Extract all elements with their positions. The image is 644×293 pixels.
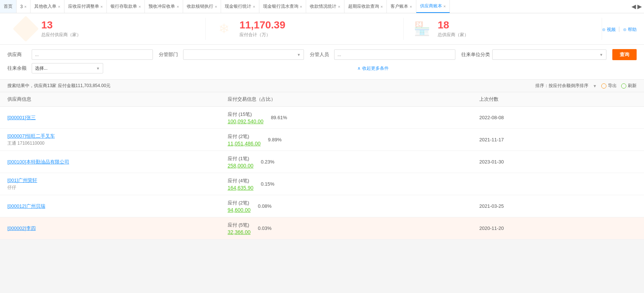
table-row: [001]广州荣轩 仔仔 应付 (4笔) 164,635.90 0.15%	[0, 173, 644, 195]
close-icon[interactable]: ×	[253, 4, 255, 9]
nav-tab-advance[interactable]: 预收冲应收单 ×	[145, 0, 183, 13]
lastpay-info-0: 2022-08-08	[479, 110, 637, 125]
payable-supplier-label: 总应付供应商（家）	[41, 32, 81, 38]
nav-tab-overdue[interactable]: 超期应收款查询 ×	[344, 0, 387, 13]
tx-detail-2: 应付 (1笔) 258,000.00	[228, 155, 253, 169]
filter-row-1: 供应商 分管部门 ▼ 分管人员 往来单位分类 ▼ 查询	[7, 49, 637, 60]
nav-tab-other-income[interactable]: 其他收入单 ×	[31, 0, 64, 13]
chevron-up-icon: ∧	[357, 66, 361, 71]
header-lastpay: 上次付数	[479, 96, 637, 103]
nav-tab-customer-ledger-label: 客户账本	[391, 3, 408, 10]
supplier-link-5[interactable]: [000002]李四	[7, 225, 228, 232]
transaction-info-5: 应付 (5笔) 32,366.00 0.03%	[228, 221, 479, 235]
close-icon[interactable]: ×	[300, 4, 302, 9]
supplier-info-5: [000002]李四	[7, 221, 228, 235]
nav-tab-3[interactable]: 3 ×	[17, 0, 31, 13]
refresh-icon	[621, 83, 626, 89]
nav-tab-supplier-ledger[interactable]: 供应商账本 ×	[416, 0, 450, 13]
person-label: 分管人员	[310, 51, 332, 58]
search-button[interactable]: 查询	[612, 49, 637, 60]
nav-next-arrow[interactable]: ▶	[637, 3, 643, 10]
person-input[interactable]	[334, 49, 455, 60]
refresh-label: 刷新	[628, 83, 637, 89]
filter-dept: 分管部门 ▼	[159, 49, 304, 60]
tx-percent-0: 89.61%	[271, 115, 287, 120]
help-link[interactable]: ⊙ 帮助	[623, 27, 637, 33]
dept-select[interactable]: ▼	[183, 49, 304, 60]
collapse-area: ∧ 收起更多条件	[109, 64, 637, 73]
snowflake-icon: ❄	[215, 20, 233, 38]
sort-label[interactable]: 排序：按应付余额倒序排序	[535, 83, 588, 89]
transaction-info-4: 应付 (2笔) 94,600.00 0.08%	[228, 199, 479, 213]
close-icon[interactable]: ×	[381, 4, 383, 9]
transaction-info-2: 应付 (1笔) 258,000.00 0.23%	[228, 155, 479, 169]
video-link[interactable]: ⊙ 视频	[602, 27, 616, 33]
chevron-down-icon: ▼	[297, 53, 301, 57]
nav-tab-customer-ledger[interactable]: 客户账本 ×	[387, 0, 416, 13]
total-supplier-count: 18	[438, 20, 469, 30]
tx-amount-1[interactable]: 11,051,486.00	[228, 141, 261, 146]
nav-tab-cash-stat[interactable]: 现金银行统计 ×	[221, 0, 259, 13]
tx-amount-0[interactable]: 100,092,540.00	[228, 118, 263, 124]
refresh-button[interactable]: 刷新	[621, 83, 637, 89]
store-icon: 🏪	[411, 18, 433, 40]
nav-tab-ap-adj[interactable]: 应收应付调整单 ×	[64, 0, 107, 13]
tx-percent-3: 0.15%	[261, 181, 274, 187]
collapse-label: 收起更多条件	[362, 65, 389, 72]
nav-tab-bank-label: 银行存取款单	[111, 3, 137, 10]
tx-detail-0: 应付 (15笔) 100,092,540.00	[228, 111, 263, 124]
total-amount-icon: ❄	[213, 18, 235, 40]
supplier-input[interactable]	[32, 49, 153, 60]
header-transaction: 应付交易信息（占比）	[228, 96, 479, 103]
supplier-sub-3: 仔仔	[7, 185, 228, 191]
tx-amount-5[interactable]: 32,366.00	[228, 229, 251, 235]
nav-prev-arrow[interactable]: ◀	[631, 3, 637, 10]
chevron-down-icon-sort[interactable]: ▼	[593, 84, 597, 88]
close-icon[interactable]: ×	[215, 4, 217, 9]
tx-amount-2[interactable]: 258,000.00	[228, 163, 253, 169]
filter-category: 往来单位分类 ▼	[461, 49, 607, 60]
filter-supplier: 供应商	[7, 49, 153, 60]
nav-tab-home[interactable]: 首页	[0, 0, 17, 13]
tx-amount-3[interactable]: 164,635.90	[228, 185, 253, 191]
export-button[interactable]: 导出	[601, 83, 617, 89]
balance-select[interactable]: 选择... ▼	[32, 63, 103, 73]
nav-tab-payment[interactable]: 收款核销执行 ×	[183, 0, 221, 13]
nav-tab-receipt-stat[interactable]: 收款情况统计 ×	[306, 0, 344, 13]
close-icon[interactable]: ×	[444, 4, 446, 8]
summary-card-total-suppliers: 🏪 18 总供应商（家）	[404, 18, 602, 40]
tx-amount-4[interactable]: 94,600.00	[228, 207, 251, 213]
close-icon[interactable]: ×	[24, 4, 27, 9]
nav-tab-cash-flow-label: 现金银行流水查询	[263, 3, 298, 10]
tx-detail-5: 应付 (5笔) 32,366.00	[228, 222, 251, 235]
nav-tab-cash-flow[interactable]: 现金银行流水查询 ×	[259, 0, 306, 13]
close-icon[interactable]: ×	[176, 4, 179, 9]
tx-detail-3: 应付 (4笔) 164,635.90	[228, 177, 253, 191]
close-icon[interactable]: ×	[139, 4, 141, 9]
lastpay-info-4: 2021-03-25	[479, 199, 637, 213]
category-select[interactable]: ▼	[492, 49, 607, 60]
collapse-button[interactable]: ∧ 收起更多条件	[357, 64, 389, 73]
close-icon[interactable]: ×	[338, 4, 340, 9]
nav-tab-receipt-stat-label: 收款情况统计	[310, 3, 336, 10]
filter-bar: 供应商 分管部门 ▼ 分管人员 往来单位分类 ▼ 查询 往来余额 选择	[0, 45, 644, 80]
nav-tab-bank[interactable]: 银行存取款单 ×	[107, 0, 145, 13]
close-icon[interactable]: ×	[410, 4, 412, 9]
dept-label: 分管部门	[159, 51, 181, 58]
supplier-link-3[interactable]: [001]广州荣轩	[7, 177, 228, 184]
table-body: [000001]张三 应付 (15笔) 100,092,540.00 89.61…	[0, 107, 644, 239]
nav-tab-supplier-ledger-label: 供应商账本	[420, 3, 442, 9]
supplier-link-0[interactable]: [000001]张三	[7, 114, 228, 121]
close-icon[interactable]: ×	[101, 4, 103, 9]
lastpay-info-1: 2021-11-17	[479, 132, 637, 147]
summary-bar: 13 总应付供应商（家） ❄ 11,170.39 应付合计（万） 🏪 18 总供…	[0, 13, 644, 45]
supplier-link-4[interactable]: [000012]广州贝瑞	[7, 203, 228, 210]
chevron-down-icon-3: ▼	[96, 66, 100, 70]
balance-label: 往来余额	[7, 65, 29, 72]
payable-supplier-icon	[15, 18, 37, 40]
supplier-link-2[interactable]: [000100]本特勤油品有限公司	[7, 159, 228, 165]
tx-label-0: 应付 (15笔)	[228, 111, 263, 118]
tx-percent-5: 0.03%	[258, 225, 272, 231]
close-icon[interactable]: ×	[58, 4, 60, 9]
supplier-link-1[interactable]: [000007]恒旺二手叉车	[7, 133, 228, 139]
